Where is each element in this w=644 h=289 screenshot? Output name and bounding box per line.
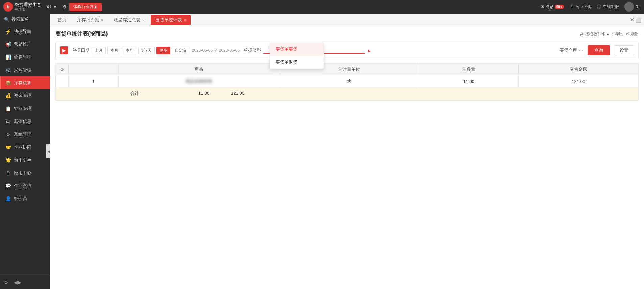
sidebar-item-wechat[interactable]: 💬 企业微信 — [0, 179, 50, 192]
app-download-btn[interactable]: 📱 App下载 — [569, 4, 591, 10]
row-index: 1 — [69, 75, 119, 87]
tab-order-summary[interactable]: 要货单统计表 × — [151, 15, 191, 25]
tab-inventory-batch-close[interactable]: × — [101, 18, 103, 22]
membership-icon: 👤 — [5, 196, 11, 202]
table-footer: 合计 11.00 121.00 — [55, 87, 639, 101]
settings-button[interactable]: 设置 — [614, 45, 634, 55]
dropdown-item-order-goods[interactable]: 要货单要货 — [270, 43, 324, 56]
sidebar-item-membership[interactable]: 👤 畅会员 — [0, 192, 50, 205]
tab-inventory-batch[interactable]: 库存批次账 × — [72, 15, 108, 25]
print-label: 按模板打印 — [585, 31, 605, 37]
sidebar-item-purchase[interactable]: 🛒 采购管理 — [0, 64, 50, 76]
export-icon: ↑ — [612, 32, 614, 37]
user-name: Rit — [635, 4, 641, 9]
export-label: 导出 — [615, 31, 623, 37]
sidebar-item-enterprise[interactable]: 🤝 企业协同 — [0, 141, 50, 154]
filter-expand-btn[interactable]: ▶ — [60, 46, 68, 54]
messages-label: 消息 — [545, 4, 553, 10]
headset-icon: 🎧 — [596, 4, 601, 9]
sidebar-item-app-center[interactable]: 📱 应用中心 — [0, 166, 50, 179]
page-title-bar: 要货单统计表(按商品) 🖨 按模板打印 ▾ ↑ 导出 ↺ 刷新 — [55, 30, 639, 38]
date-btn-this-month[interactable]: 本月 — [107, 47, 121, 54]
messages-btn[interactable]: ✉ 消息 99+ — [541, 4, 564, 10]
sidebar-item-operations[interactable]: 📋 经营管理 — [0, 102, 50, 115]
online-service-label: 在线客服 — [603, 4, 619, 10]
tab-order-summary-close[interactable]: × — [184, 18, 186, 22]
tab-maximize-btn[interactable]: ⬜ — [636, 17, 641, 23]
sidebar-item-guide[interactable]: 🌟 新手引导 — [0, 154, 50, 166]
gear-icon: ⚙ — [63, 4, 67, 9]
date-btn-7days[interactable]: 近7天 — [138, 47, 155, 54]
tab-receive-summary[interactable]: 收发存汇总表 × — [109, 15, 149, 25]
type-filter-label: 单据类型 — [244, 47, 261, 53]
wechat-icon: 💬 — [5, 183, 11, 189]
sidebar-bottom: ⚙ ◀▶ — [0, 275, 50, 289]
sidebar-item-marketing[interactable]: 📢 营销推广 — [0, 38, 50, 51]
page-content: 要货单统计表(按商品) 🖨 按模板打印 ▾ ↑ 导出 ↺ 刷新 — [50, 26, 644, 289]
tab-receive-summary-close[interactable]: × — [142, 18, 144, 22]
export-btn[interactable]: ↑ 导出 — [612, 31, 623, 37]
sidebar-settings-btn[interactable]: ⚙ — [3, 278, 10, 286]
query-button[interactable]: 查询 — [588, 45, 610, 55]
sidebar-item-system[interactable]: ⚙ 系统管理 — [0, 128, 50, 141]
header-right: ✉ 消息 99+ 📱 App下载 🎧 在线客服 Rit — [541, 2, 641, 12]
date-range-display: 2023-05-06 至 2023-06-06 — [192, 48, 240, 53]
app-center-icon: 📱 — [5, 170, 11, 176]
sidebar-item-quick-nav[interactable]: ⚡ 快捷导航 — [0, 25, 50, 38]
sidebar-label-marketing: 营销推广 — [14, 41, 31, 47]
print-arrow-icon: ▾ — [607, 32, 609, 37]
date-btn-last-month[interactable]: 上月 — [92, 47, 106, 54]
sidebar-item-basic-info[interactable]: 🗂 基础信息 — [0, 115, 50, 128]
user-avatar — [624, 2, 634, 12]
row-product-blurred: 商品名称样例 — [186, 79, 212, 84]
dropdown-item-order-return[interactable]: 要货单退货 — [270, 56, 324, 69]
settings-gear-btn[interactable]: ⚙ — [63, 4, 67, 9]
date-filter-group: 单据日期 上月 本月 本年 近7天 更多 自定义 2023-05-06 至 20… — [72, 47, 240, 54]
logo-text: 畅捷通好生意 标准版 — [15, 2, 41, 12]
finance-icon: 💰 — [5, 93, 11, 99]
marketing-icon: 📢 — [5, 41, 11, 47]
tab-inventory-batch-label: 库存批次账 — [77, 17, 99, 23]
row-unit: 块 — [279, 75, 419, 87]
row-settings-cell — [56, 75, 69, 87]
chevron-up-icon[interactable]: ▲ — [367, 48, 371, 53]
sidebar-item-finance[interactable]: 💰 资金管理 — [0, 89, 50, 102]
date-btn-more[interactable]: 更多 — [156, 47, 170, 54]
warehouse-more-icon[interactable]: ··· — [579, 47, 583, 53]
tab-home[interactable]: 首页 — [53, 15, 71, 25]
warehouse-filter-group: 要货仓库 ··· — [559, 47, 583, 53]
print-btn[interactable]: 🖨 按模板打印 ▾ — [580, 31, 609, 37]
sidebar-menu-collapse-btn[interactable]: ◀▶ — [13, 278, 23, 286]
page-actions: 🖨 按模板打印 ▾ ↑ 导出 ↺ 刷新 — [580, 31, 639, 37]
user-area[interactable]: Rit — [624, 2, 641, 12]
sidebar-collapse-btn[interactable]: ◀ — [46, 144, 50, 158]
row-amount: 121.00 — [519, 75, 639, 87]
sidebar-search-btn[interactable]: 🔍 搜索菜单 — [0, 14, 50, 25]
logo-area: b 畅捷通好生意 标准版 — [3, 2, 41, 12]
header-left: b 畅捷通好生意 标准版 41 ▼ ⚙ 体验行业方案 — [3, 2, 102, 12]
sidebar-item-sales[interactable]: 📊 销售管理 — [0, 51, 50, 64]
sidebar-item-inventory[interactable]: 📦 库存核算 — [0, 76, 50, 89]
company-number: 41 — [47, 4, 51, 9]
type-dropdown: 要货单要货 要货单退货 — [270, 43, 324, 69]
operations-icon: 📋 — [5, 106, 11, 112]
date-btn-this-year[interactable]: 本年 — [123, 47, 137, 54]
sidebar-label-membership: 畅会员 — [14, 196, 27, 202]
chevron-down-icon: ▼ — [53, 4, 57, 9]
trial-button[interactable]: 体验行业方案 — [69, 3, 102, 11]
tab-bar: 首页 库存批次账 × 收发存汇总表 × 要货单统计表 × ✕ ⬜ — [50, 14, 644, 26]
page-title: 要货单统计表(按商品) — [55, 30, 108, 38]
search-icon: 🔍 — [4, 17, 9, 22]
table-col-amount: 零售金额 — [519, 64, 639, 75]
company-name: 畅捷通好生意 — [15, 2, 41, 7]
online-service-btn[interactable]: 🎧 在线客服 — [596, 4, 619, 10]
content-area: 首页 库存批次账 × 收发存汇总表 × 要货单统计表 × ✕ ⬜ 要 — [50, 14, 644, 289]
footer-quantity: 11.00 — [187, 91, 221, 97]
refresh-btn[interactable]: ↺ 刷新 — [626, 31, 639, 37]
column-settings-btn[interactable]: ⚙ — [60, 67, 64, 72]
footer-amount: 121.00 — [221, 91, 255, 97]
tab-close-all-btn[interactable]: ✕ — [630, 17, 634, 23]
company-selector[interactable]: 41 ▼ — [44, 4, 60, 10]
sidebar-label-quick-nav: 快捷导航 — [14, 28, 31, 35]
date-btn-custom[interactable]: 自定义 — [172, 47, 190, 54]
